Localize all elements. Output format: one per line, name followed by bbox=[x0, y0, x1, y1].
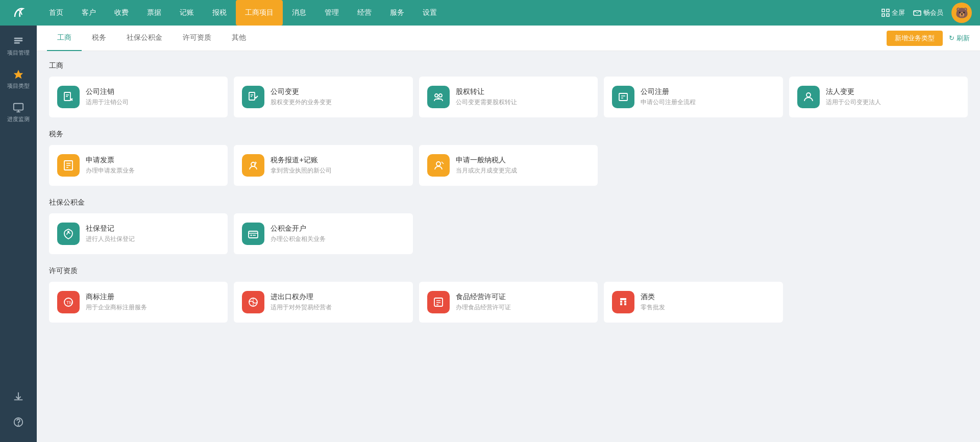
tab-shuiwu[interactable]: 税务 bbox=[82, 26, 116, 51]
card-desc-import-export: 适用于对外贸易经营者 bbox=[271, 303, 332, 312]
card-icon-provident-fund bbox=[242, 223, 264, 245]
card-company-cancel[interactable]: 公司注销 适用于注销公司 bbox=[49, 77, 228, 117]
card-desc-wine: 零售批发 bbox=[641, 303, 665, 312]
nav-biz[interactable]: 工商项目 bbox=[236, 0, 283, 26]
card-general-taxpayer[interactable]: 申请一般纳税人 当月或次月成变更完成 bbox=[419, 145, 598, 186]
card-equity-transfer[interactable]: 股权转让 公司变更需要股权转让 bbox=[419, 77, 598, 117]
card-desc-social-insurance: 进行人员社保登记 bbox=[86, 235, 135, 243]
card-icon-wine bbox=[612, 291, 634, 313]
sidebar: 项目管理 项目类型 进度监测 bbox=[0, 26, 37, 442]
card-icon-trademark: TM bbox=[57, 291, 80, 313]
card-icon-tax-report bbox=[242, 154, 264, 177]
card-desc-trademark: 用于企业商标注册服务 bbox=[86, 303, 147, 312]
vip-button[interactable]: 畅会员 bbox=[913, 8, 943, 17]
sidebar-item-progress[interactable]: 进度监测 bbox=[0, 96, 37, 129]
card-title-social-insurance: 社保登记 bbox=[86, 224, 135, 233]
svg-marker-8 bbox=[14, 70, 23, 79]
nav-client[interactable]: 客户 bbox=[72, 0, 105, 26]
card-title-legal-change: 法人变更 bbox=[826, 87, 881, 96]
svg-rect-0 bbox=[882, 9, 885, 12]
card-text-equity-transfer: 股权转让 公司变更需要股权转让 bbox=[456, 87, 517, 107]
svg-rect-49 bbox=[624, 298, 626, 300]
card-title-food-permit: 食品经营许可证 bbox=[456, 292, 511, 302]
sidebar-item-project-mgmt[interactable]: 项目管理 bbox=[0, 30, 37, 63]
shuiwu-cards: 申请发票 办理申请发票业务 税务报道+记账 拿到营业执照的新公司 bbox=[49, 145, 968, 186]
card-desc-company-change: 股权变更外的业务变更 bbox=[271, 98, 332, 107]
nav-service[interactable]: 服务 bbox=[381, 0, 413, 26]
sidebar-label-project-mgmt: 项目管理 bbox=[7, 49, 30, 57]
card-desc-food-permit: 办理食品经营许可证 bbox=[456, 303, 511, 312]
card-import-export[interactable]: 进出口权办理 适用于对外贸易经营者 bbox=[234, 282, 412, 323]
content-scroll[interactable]: 工商 公司注销 适用于注销公司 公司变更 bbox=[37, 51, 980, 442]
card-icon-equity-transfer bbox=[427, 86, 450, 108]
card-desc-company-register: 申请公司注册全流程 bbox=[641, 98, 696, 107]
nav-account[interactable]: 记账 bbox=[170, 0, 203, 26]
nav-settings[interactable]: 设置 bbox=[413, 0, 446, 26]
card-icon-company-change bbox=[242, 86, 264, 108]
section-title-shuiwu: 税务 bbox=[49, 130, 968, 139]
card-icon-import-export bbox=[242, 291, 264, 313]
sidebar-bottom bbox=[9, 387, 28, 442]
card-desc-equity-transfer: 公司变更需要股权转让 bbox=[456, 98, 517, 107]
card-title-company-cancel: 公司注销 bbox=[86, 87, 129, 96]
card-title-wine: 酒类 bbox=[641, 292, 665, 302]
tab-shebao[interactable]: 社保公积金 bbox=[116, 26, 173, 51]
svg-rect-24 bbox=[619, 93, 627, 101]
card-desc-tax-report: 拿到营业执照的新公司 bbox=[271, 166, 332, 175]
svg-rect-53 bbox=[620, 303, 622, 305]
nav-home[interactable]: 首页 bbox=[40, 0, 72, 26]
card-title-provident-fund: 公积金开户 bbox=[271, 224, 326, 233]
new-type-button[interactable]: 新增业务类型 bbox=[887, 31, 943, 46]
card-desc-general-taxpayer: 当月或次月成变更完成 bbox=[456, 166, 517, 175]
card-icon-company-cancel bbox=[57, 86, 80, 108]
shebao-cards: 社保登记 进行人员社保登记 公积金开户 办理公积金相关业务 bbox=[49, 213, 968, 254]
card-company-register[interactable]: 公司注册 申请公司注册全流程 bbox=[604, 77, 782, 117]
svg-rect-6 bbox=[14, 40, 23, 41]
card-title-trademark: 商标注册 bbox=[86, 292, 147, 302]
logo bbox=[8, 2, 30, 23]
fullscreen-button[interactable]: 全屏 bbox=[881, 8, 905, 17]
tab-gongshang[interactable]: 工商 bbox=[47, 26, 82, 51]
card-trademark[interactable]: TM 商标注册 用于企业商标注册服务 bbox=[49, 282, 228, 323]
tab-qita[interactable]: 其他 bbox=[222, 26, 256, 51]
card-company-change[interactable]: 公司变更 股权变更外的业务变更 bbox=[234, 77, 412, 117]
card-icon-company-register bbox=[612, 86, 634, 108]
xuke-cards: TM 商标注册 用于企业商标注册服务 进出口权办理 适用于对外贸易经营者 bbox=[49, 282, 968, 323]
sidebar-help[interactable] bbox=[9, 412, 28, 434]
card-desc-provident-fund: 办理公积金相关业务 bbox=[271, 235, 326, 243]
card-legal-change[interactable]: 法人变更 适用于公司变更法人 bbox=[789, 77, 968, 117]
card-icon-social-insurance bbox=[57, 223, 80, 245]
card-social-insurance[interactable]: 社保登记 进行人员社保登记 bbox=[49, 213, 228, 254]
card-text-invoice: 申请发票 办理申请发票业务 bbox=[86, 156, 135, 175]
svg-point-22 bbox=[435, 94, 438, 97]
top-nav: 首页 客户 收费 票据 记账 报税 工商项目 消息 管理 经营 服务 设置 全屏… bbox=[0, 0, 980, 26]
sidebar-item-project-type[interactable]: 项目类型 bbox=[0, 63, 37, 96]
card-tax-report[interactable]: 税务报道+记账 拿到营业执照的新公司 bbox=[234, 145, 412, 186]
tab-xuke[interactable]: 许可资质 bbox=[173, 26, 222, 51]
refresh-button[interactable]: ↻ 刷新 bbox=[949, 34, 970, 43]
main-layout: 项目管理 项目类型 进度监测 bbox=[0, 26, 980, 442]
svg-point-13 bbox=[18, 425, 19, 425]
gongshang-cards: 公司注销 适用于注销公司 公司变更 股权变更外的业务变更 bbox=[49, 77, 968, 117]
svg-rect-36 bbox=[249, 231, 258, 238]
nav-manage[interactable]: 管理 bbox=[315, 0, 348, 26]
card-title-equity-transfer: 股权转让 bbox=[456, 87, 517, 96]
card-invoice[interactable]: 申请发票 办理申请发票业务 bbox=[49, 145, 228, 186]
card-text-wine: 酒类 零售批发 bbox=[641, 292, 665, 312]
nav-msg[interactable]: 消息 bbox=[283, 0, 315, 26]
card-wine[interactable]: 酒类 零售批发 bbox=[604, 282, 782, 323]
nav-tax[interactable]: 报税 bbox=[203, 0, 236, 26]
card-text-company-change: 公司变更 股权变更外的业务变更 bbox=[271, 87, 332, 107]
nav-fee[interactable]: 收费 bbox=[105, 0, 138, 26]
card-text-company-cancel: 公司注销 适用于注销公司 bbox=[86, 87, 129, 107]
card-text-provident-fund: 公积金开户 办理公积金相关业务 bbox=[271, 224, 326, 243]
sidebar-label-project-type: 项目类型 bbox=[7, 82, 30, 90]
svg-rect-3 bbox=[887, 14, 889, 16]
nav-ops[interactable]: 经营 bbox=[348, 0, 381, 26]
card-provident-fund[interactable]: 公积金开户 办理公积金相关业务 bbox=[234, 213, 412, 254]
card-food-permit[interactable]: 食品经营许可证 办理食品经营许可证 bbox=[419, 282, 598, 323]
tab-actions: 新增业务类型 ↻ 刷新 bbox=[887, 31, 970, 46]
nav-bill[interactable]: 票据 bbox=[138, 0, 170, 26]
svg-rect-7 bbox=[14, 42, 20, 44]
sidebar-download[interactable] bbox=[9, 387, 28, 408]
